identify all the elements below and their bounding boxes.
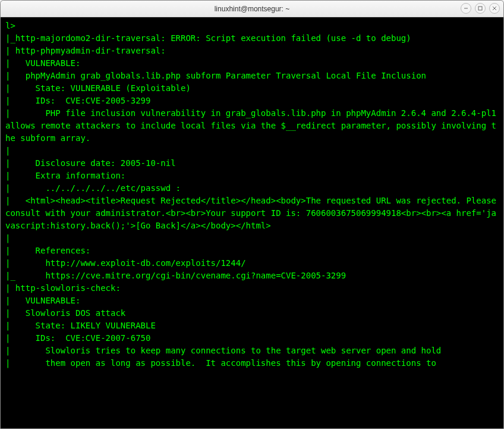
terminal-line: | IDs: CVE:CVE-2005-3299	[5, 95, 499, 107]
maximize-icon	[478, 6, 483, 11]
svg-rect-1	[478, 7, 482, 10]
terminal-content[interactable]: l>|_http-majordomo2-dir-traversal: ERROR…	[1, 17, 503, 428]
terminal-line: | Disclosure date: 2005-10-nil	[5, 157, 499, 170]
terminal-line: | http://www.exploit-db.com/exploits/124…	[5, 257, 499, 270]
window-title: linuxhint@montsegur: ~	[215, 5, 290, 13]
terminal-line: | http-slowloris-check:	[5, 282, 499, 295]
close-icon	[492, 6, 497, 11]
terminal-line: | <html><head><title>Request Rejected</t…	[5, 195, 499, 232]
terminal-line: | VULNERABLE:	[5, 57, 499, 70]
window-controls	[461, 3, 500, 14]
terminal-line: | http-phpmyadmin-dir-traversal:	[5, 45, 499, 57]
terminal-line: |_ https://cve.mitre.org/cgi-bin/cvename…	[5, 270, 499, 282]
terminal-line: | State: LIKELY VULNERABLE	[5, 320, 499, 332]
terminal-line: | IDs: CVE:CVE-2007-6750	[5, 332, 499, 345]
maximize-button[interactable]	[475, 3, 486, 14]
terminal-line: | Extra information:	[5, 170, 499, 182]
terminal-line: | phpMyAdmin grab_globals.lib.php subfor…	[5, 70, 499, 82]
terminal-line: | Slowloris DOS attack	[5, 307, 499, 320]
minimize-icon	[464, 6, 468, 11]
minimize-button[interactable]	[461, 3, 471, 14]
terminal-line: | Slowloris tries to keep many connectio…	[5, 345, 499, 357]
terminal-line: | VULNERABLE:	[5, 295, 499, 307]
terminal-window: linuxhint@montsegur: ~ l>|_http-majordom…	[0, 0, 504, 429]
terminal-line: |_http-majordomo2-dir-traversal: ERROR: …	[5, 32, 499, 45]
close-button[interactable]	[489, 3, 500, 14]
terminal-line: | State: VULNERABLE (Exploitable)	[5, 82, 499, 95]
terminal-line: | ../../../../../etc/passwd :	[5, 182, 499, 195]
terminal-line: | PHP file inclusion vulnerability in gr…	[5, 107, 499, 145]
terminal-line: |	[5, 232, 499, 245]
terminal-line: | them open as long as possible. It acco…	[5, 357, 499, 369]
terminal-line: | References:	[5, 245, 499, 257]
terminal-line: l>	[5, 20, 499, 32]
titlebar: linuxhint@montsegur: ~	[1, 1, 503, 17]
terminal-line: |	[5, 145, 499, 157]
